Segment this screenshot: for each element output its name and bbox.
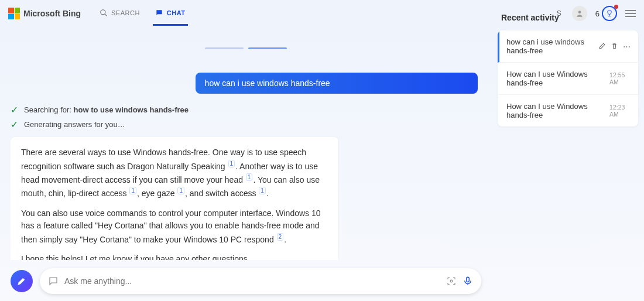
status-generating-text: Generating answers for you… xyxy=(24,120,125,129)
main: how can i use windows hands-free ✓ Searc… xyxy=(0,27,492,301)
nav-search-label: SEARCH xyxy=(111,9,140,16)
microphone-icon[interactable] xyxy=(463,276,473,286)
activity-text: how can i use windows hands-free xyxy=(506,37,595,55)
citation-1[interactable]: 1 xyxy=(259,187,266,194)
activity-actions: ⋯ xyxy=(598,42,631,51)
answer-paragraph-1: There are several ways to use Windows ha… xyxy=(21,146,328,200)
conversation-scroll: how can i use windows hands-free ✓ Searc… xyxy=(11,27,481,260)
brand-logo[interactable]: Microsoft Bing xyxy=(8,8,81,19)
svg-point-0 xyxy=(101,9,105,14)
check-icon: ✓ xyxy=(11,119,18,130)
nav-search[interactable]: SEARCH xyxy=(97,2,142,26)
answer-paragraph-2: You can also use voice commands to contr… xyxy=(21,207,328,247)
activity-item[interactable]: How can I use Windows hands-free 12:55 A… xyxy=(498,63,638,95)
assistant-answer: There are several ways to use Windows ha… xyxy=(11,137,338,260)
carousel-indicator xyxy=(11,27,481,49)
status-searching: ✓ Searching for: how to use windows hand… xyxy=(11,104,481,115)
nav-chat-label: CHAT xyxy=(167,9,186,16)
more-icon[interactable]: ⋯ xyxy=(623,42,631,51)
citation-1[interactable]: 1 xyxy=(246,173,253,181)
activity-item-selected[interactable]: how can i use windows hands-free ⋯ xyxy=(498,30,638,63)
activity-list: how can i use windows hands-free ⋯ How c… xyxy=(498,30,638,126)
citation-1[interactable]: 1 xyxy=(177,187,184,194)
activity-text: How can I use Windows hands-free xyxy=(506,70,606,87)
user-message-text: how can i use windows hands-free xyxy=(205,78,330,88)
sidebar: Recent activity how can i use windows ha… xyxy=(492,0,644,301)
search-icon xyxy=(100,9,108,17)
status-query: how to use windows hands-free xyxy=(74,105,189,114)
activity-time: 12:55 AM xyxy=(609,71,631,85)
nav: SEARCH CHAT xyxy=(97,2,188,26)
check-icon: ✓ xyxy=(11,104,18,115)
user-message-bubble: how can i use windows hands-free xyxy=(196,73,478,94)
citation-1[interactable]: 1 xyxy=(129,187,136,194)
status-generating: ✓ Generating answers for you… xyxy=(11,119,481,130)
activity-time: 12:23 AM xyxy=(609,104,631,118)
chat-bubble-icon xyxy=(48,276,59,286)
microsoft-logo-icon xyxy=(8,8,20,19)
nav-chat[interactable]: CHAT xyxy=(153,2,188,26)
sidebar-title: Recent activity xyxy=(501,13,635,22)
activity-item[interactable]: How can I use Windows hands-free 12:23 A… xyxy=(498,95,638,126)
new-topic-button[interactable] xyxy=(11,270,33,292)
citation-1[interactable]: 1 xyxy=(228,160,235,167)
visual-search-icon[interactable] xyxy=(446,276,457,286)
composer xyxy=(11,268,481,294)
citation-2[interactable]: 2 xyxy=(277,233,284,241)
activity-text: How can I use Windows hands-free xyxy=(506,102,606,119)
svg-line-1 xyxy=(105,13,107,16)
brand-name: Microsoft Bing xyxy=(23,9,81,18)
svg-point-3 xyxy=(450,280,453,282)
status-prefix: Searching for: xyxy=(24,105,74,114)
ask-input-bar xyxy=(40,268,481,294)
delete-icon[interactable] xyxy=(611,42,618,50)
ask-input[interactable] xyxy=(64,276,440,286)
indicator-dot xyxy=(205,47,244,49)
chat-icon xyxy=(155,9,163,17)
indicator-dot-active xyxy=(248,47,287,49)
edit-icon[interactable] xyxy=(598,42,606,50)
svg-rect-4 xyxy=(467,277,470,282)
broom-icon xyxy=(16,276,27,286)
answer-paragraph-3: I hope this helps! Let me know if you ha… xyxy=(21,253,328,260)
